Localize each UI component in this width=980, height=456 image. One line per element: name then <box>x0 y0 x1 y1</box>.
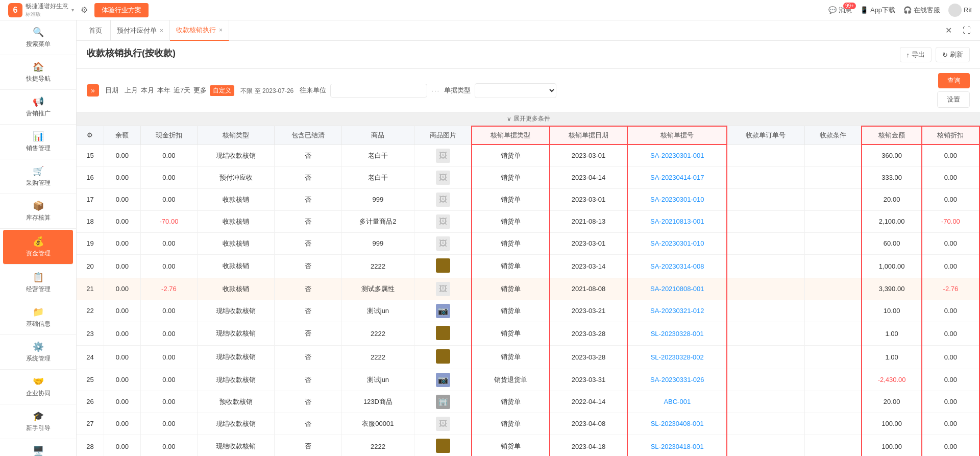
doc-no-link[interactable]: SA-20230301-010 <box>650 239 704 247</box>
cell-doc-no[interactable]: ABC-001 <box>627 391 727 413</box>
cell-doc-no[interactable]: SA-20230414-017 <box>627 166 727 188</box>
sidebar-item-management[interactable]: 📋 经营管理 <box>0 266 76 300</box>
cell-write-off-type: 现结收款核销 <box>198 322 275 345</box>
cell-write-off-type: 现结收款核销 <box>198 435 275 456</box>
tab-writeoff[interactable]: 收款核销执行 × <box>170 20 229 41</box>
cell-doc-no[interactable]: SA-20230321-012 <box>627 300 727 322</box>
cell-goods: 2222 <box>341 322 414 345</box>
date-opt-this-month[interactable]: 本月 <box>141 86 154 95</box>
cell-receipt-cond <box>804 278 862 300</box>
refresh-button[interactable]: ↻ 刷新 <box>936 47 970 62</box>
cell-include-settled: 否 <box>275 254 341 278</box>
cell-doc-no[interactable]: SA-20230314-008 <box>627 254 727 278</box>
table-row: 17 0.00 0.00 收款核销 否 999 🖼 销货单 2023-03-01… <box>77 188 979 210</box>
doc-no-link[interactable]: SL-20230408-001 <box>651 420 704 427</box>
cell-write-off-type: 收款核销 <box>198 254 275 278</box>
cell-doc-no[interactable]: SA-20230301-010 <box>627 188 727 210</box>
close-tab-button[interactable]: ✕ <box>941 23 955 38</box>
doc-no-link[interactable]: SA-20230301-001 <box>650 152 704 159</box>
cell-doc-no[interactable]: SA-20210808-001 <box>627 278 727 300</box>
settings-button[interactable]: 设置 <box>937 91 970 108</box>
doc-no-link[interactable]: SL-20230328-001 <box>651 330 704 338</box>
cell-goods: 123D商品 <box>341 391 414 413</box>
cell-balance: 0.00 <box>104 300 140 322</box>
date-opt-this-year[interactable]: 本年 <box>157 86 170 95</box>
cell-doc-no[interactable]: SA-20230301-010 <box>627 232 727 254</box>
cell-doc-no[interactable]: SA-20230331-026 <box>627 369 727 391</box>
cell-include-settled: 否 <box>275 166 341 188</box>
sidebar-item-marketing[interactable]: 📢 营销推广 <box>0 90 76 125</box>
export-button[interactable]: ↑ 导出 <box>900 47 932 62</box>
sidebar-item-sales[interactable]: 📊 销售管理 <box>0 125 76 159</box>
tab-prepay[interactable]: 预付冲应付单 × <box>111 20 170 41</box>
date-opt-7days[interactable]: 近7天 <box>174 86 190 95</box>
partner-input[interactable] <box>330 84 427 98</box>
doc-no-link[interactable]: SL-20230328-002 <box>651 353 704 361</box>
sidebar-item-search[interactable]: 🔍 搜索菜单 <box>0 20 76 55</box>
sidebar-item-inventory[interactable]: 📦 库存核算 <box>0 194 76 229</box>
doc-no-link[interactable]: SA-20210813-001 <box>650 218 704 225</box>
date-opt-last-month[interactable]: 上月 <box>125 86 138 95</box>
cell-doc-no[interactable]: SA-20230301-001 <box>627 145 727 166</box>
sidebar-item-finance[interactable]: 💰 资金管理 <box>3 230 73 265</box>
cell-write-off-type: 收款核销 <box>198 188 275 210</box>
user-name[interactable]: Rit <box>948 4 972 17</box>
date-opt-custom[interactable]: 自定义 <box>210 85 234 96</box>
query-button[interactable]: 查询 <box>938 73 970 88</box>
sidebar-item-guide[interactable]: 🎓 新手引导 <box>0 404 76 439</box>
col-settings[interactable]: ⚙ <box>77 126 104 145</box>
export-icon: ↑ <box>906 51 910 59</box>
date-opt-more[interactable]: 更多 <box>193 86 207 95</box>
col-include-settled: 包含已结清 <box>275 126 341 145</box>
col-receipt-cond: 收款条件 <box>804 126 862 145</box>
table-container[interactable]: ⚙ 余额 现金折扣 核销类型 包含已结清 商品 商品图片 核销单据类型 核销单据… <box>77 126 980 456</box>
sidebar: 🔍 搜索菜单 🏠 快捷导航 📢 营销推广 📊 销售管理 🛒 采购管理 📦 库存核… <box>0 20 77 456</box>
filter-expand-button[interactable]: » <box>87 84 99 97</box>
col-doc-no: 核销单据号 <box>627 126 727 145</box>
sidebar-item-basic-info[interactable]: 📁 基础信息 <box>0 300 76 335</box>
cell-doc-no[interactable]: SL-20230328-002 <box>627 345 727 369</box>
cell-write-off-amount: 100.00 <box>862 413 922 435</box>
solution-button[interactable]: 体验行业方案 <box>94 3 149 17</box>
top-bar-left: 6 畅捷通谱好生意 标准版 ▾ ⚙ 体验行业方案 <box>8 2 149 18</box>
cell-goods-img: 📷 <box>414 300 472 322</box>
app-download-button[interactable]: 📱 App下载 <box>860 6 895 15</box>
goods-image: 🖼 <box>436 171 450 185</box>
doc-no-link[interactable]: SA-20230331-026 <box>650 376 704 383</box>
cell-doc-no[interactable]: SL-20230408-001 <box>627 413 727 435</box>
tab-prepay-close[interactable]: × <box>160 27 163 34</box>
message-button[interactable]: 💬 消息 99+ <box>828 6 852 15</box>
cell-receipt-cond <box>804 254 862 278</box>
sidebar-item-nav[interactable]: 🏠 快捷导航 <box>0 55 76 90</box>
cell-doc-no[interactable]: SL-20230418-001 <box>627 435 727 456</box>
doc-no-link[interactable]: SA-20230301-010 <box>650 196 704 203</box>
maximize-tab-button[interactable]: ⛶ <box>960 23 974 38</box>
cell-doc-no[interactable]: SA-20210813-001 <box>627 210 727 232</box>
tab-home[interactable]: 首页 <box>81 20 111 41</box>
cell-balance: 0.00 <box>104 413 140 435</box>
logo-dropdown-icon[interactable]: ▾ <box>71 7 74 13</box>
tab-writeoff-close[interactable]: × <box>219 27 223 34</box>
doc-no-link[interactable]: SA-20230314-008 <box>650 262 704 270</box>
cell-write-off-type: 现结收款核销 <box>198 413 275 435</box>
settings-icon[interactable]: ⚙ <box>78 4 90 16</box>
doc-type-select[interactable] <box>475 83 556 98</box>
cell-id: 21 <box>77 278 104 300</box>
cell-write-off-discount: 0.00 <box>922 369 979 391</box>
doc-no-link[interactable]: SA-20230414-017 <box>650 174 704 181</box>
cell-balance: 0.00 <box>104 391 140 413</box>
cell-doc-date: 2023-03-31 <box>550 369 628 391</box>
cell-receipt-order-no <box>727 435 804 456</box>
doc-no-link[interactable]: SL-20230418-001 <box>651 443 704 450</box>
expand-more-button[interactable]: ∨ 展开更多条件 <box>77 112 980 126</box>
doc-no-link[interactable]: SA-20210808-001 <box>650 285 704 293</box>
sidebar-item-purchase[interactable]: 🛒 采购管理 <box>0 159 76 194</box>
sidebar-item-system[interactable]: ⚙️ 系统管理 <box>0 335 76 370</box>
cell-goods-img: 🖼 <box>414 210 472 232</box>
doc-no-link[interactable]: SA-20230321-012 <box>650 307 704 315</box>
online-service-button[interactable]: 🎧 在线客服 <box>903 6 940 15</box>
cell-doc-no[interactable]: SL-20230328-001 <box>627 322 727 345</box>
doc-no-link[interactable]: ABC-001 <box>664 398 691 405</box>
sidebar-item-collab[interactable]: 🤝 企业协同 <box>0 370 76 404</box>
sidebar-item-hardware[interactable]: 🖥️ 智能硬件 <box>0 439 76 456</box>
